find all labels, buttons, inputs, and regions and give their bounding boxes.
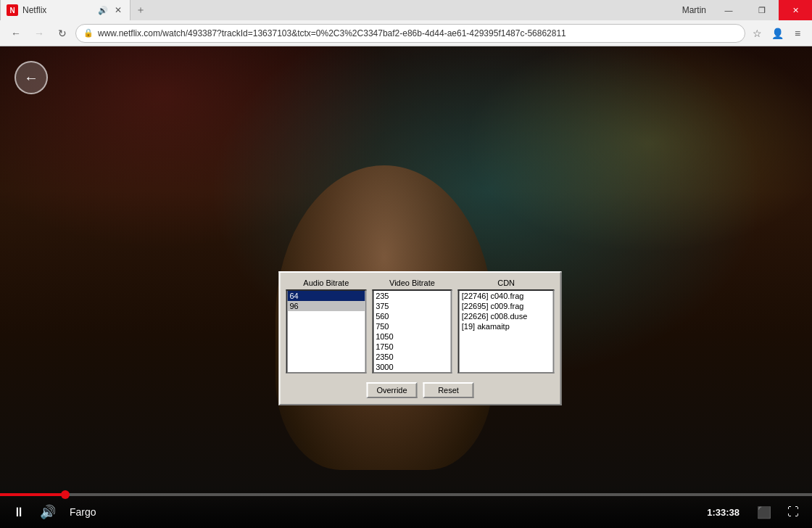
controls-row: ⏸ 🔊 Fargo 1:33:38 ⬛ ⛶ xyxy=(0,502,812,528)
bitrate-dialog: Audio Bitrate 64 96 Video Bitrate 235 37… xyxy=(279,271,562,405)
maximize-button[interactable]: ❐ xyxy=(745,0,779,20)
cdn-item-4[interactable]: [19] akamaitp xyxy=(460,321,553,331)
video-item-1050[interactable]: 1050 xyxy=(373,331,451,342)
cdn-listbox[interactable]: [22746] c040.frag [22695] c009.frag [226… xyxy=(458,289,555,374)
video-bitrate-header: Video Bitrate xyxy=(372,279,452,287)
cdn-item-1[interactable]: [22746] c040.frag xyxy=(460,291,553,301)
cdn-header: CDN xyxy=(458,279,555,287)
video-bitrate-listbox[interactable]: 235 375 560 750 1050 1750 2350 3000 xyxy=(372,289,452,374)
override-button[interactable]: Override xyxy=(367,382,418,398)
back-arrow-icon: ← xyxy=(24,70,38,86)
address-bar[interactable]: 🔒 www.netflix.com/watch/493387?trackId=1… xyxy=(75,24,745,43)
subtitles-icon: ⬛ xyxy=(757,506,771,519)
audio-bitrate-column: Audio Bitrate 64 96 xyxy=(286,279,367,374)
audio-item-64[interactable]: 64 xyxy=(288,291,365,301)
volume-icon: 🔊 xyxy=(40,504,56,520)
reload-button[interactable]: ↻ xyxy=(52,23,72,44)
player-back-button[interactable]: ← xyxy=(14,61,48,94)
tab-title: Netflix xyxy=(22,5,94,15)
title-bar-right: Martin — ❐ ✕ xyxy=(676,0,812,20)
video-item-3000[interactable]: 3000 xyxy=(373,362,451,372)
tab-audio-icon: 🔊 xyxy=(98,6,108,15)
video-controls: ⏸ 🔊 Fargo 1:33:38 ⬛ ⛶ xyxy=(0,487,812,528)
video-bitrate-column: Video Bitrate 235 375 560 750 1050 1750 … xyxy=(372,279,452,374)
video-item-235[interactable]: 235 xyxy=(373,291,451,301)
fullscreen-icon: ⛶ xyxy=(787,506,799,519)
video-item-375[interactable]: 375 xyxy=(373,301,451,311)
video-item-750[interactable]: 750 xyxy=(373,321,451,331)
reset-button[interactable]: Reset xyxy=(423,382,474,398)
pause-button[interactable]: ⏸ xyxy=(9,502,29,522)
back-button[interactable]: ← xyxy=(6,23,26,44)
progress-played xyxy=(0,493,65,496)
subtitles-button[interactable]: ⬛ xyxy=(754,502,774,522)
progress-bar[interactable] xyxy=(0,493,812,496)
navigation-bar: ← → ↻ 🔒 www.netflix.com/watch/493387?tra… xyxy=(0,20,812,46)
video-item-560[interactable]: 560 xyxy=(373,311,451,321)
bookmark-icon[interactable]: ☆ xyxy=(748,25,766,42)
audio-bitrate-header: Audio Bitrate xyxy=(286,279,367,287)
lock-icon: 🔒 xyxy=(83,28,94,38)
volume-button[interactable]: 🔊 xyxy=(38,502,58,522)
new-tab-button[interactable]: ＋ xyxy=(130,0,151,20)
video-player-area: ← Audio Bitrate 64 96 Video Bitrate 235 xyxy=(0,46,812,528)
dialog-footer: Override Reset xyxy=(281,379,560,404)
video-item-1750[interactable]: 1750 xyxy=(373,342,451,352)
nav-right-icons: ☆ 👤 ≡ xyxy=(748,25,806,42)
movie-title: Fargo xyxy=(70,506,698,518)
video-item-2350[interactable]: 2350 xyxy=(373,352,451,362)
audio-bitrate-listbox[interactable]: 64 96 xyxy=(286,289,367,374)
pause-icon: ⏸ xyxy=(12,505,25,520)
close-button[interactable]: ✕ xyxy=(779,0,812,20)
menu-icon[interactable]: ≡ xyxy=(789,25,806,42)
fullscreen-button[interactable]: ⛶ xyxy=(783,502,803,522)
user-name: Martin xyxy=(676,5,712,15)
forward-button[interactable]: → xyxy=(29,23,49,44)
cdn-item-2[interactable]: [22695] c009.frag xyxy=(460,301,553,311)
netflix-favicon: N xyxy=(7,4,18,16)
browser-tab[interactable]: N Netflix 🔊 ✕ xyxy=(0,0,130,20)
dialog-content: Audio Bitrate 64 96 Video Bitrate 235 37… xyxy=(281,273,560,379)
url-text: www.netflix.com/watch/493387?trackId=136… xyxy=(98,28,737,38)
progress-dot xyxy=(61,490,70,499)
browser-window: N Netflix 🔊 ✕ ＋ Martin — ❐ ✕ ← → ↻ 🔒 www… xyxy=(0,0,812,528)
profile-icon[interactable]: 👤 xyxy=(768,25,786,42)
cdn-column: CDN [22746] c040.frag [22695] c009.frag … xyxy=(458,279,555,374)
minimize-button[interactable]: — xyxy=(712,0,745,20)
time-display: 1:33:38 xyxy=(707,507,740,518)
audio-item-96[interactable]: 96 xyxy=(288,301,365,311)
tab-close-button[interactable]: ✕ xyxy=(112,4,124,16)
title-bar-left: N Netflix 🔊 ✕ ＋ xyxy=(0,0,676,20)
cdn-item-3[interactable]: [22626] c008.duse xyxy=(460,311,553,321)
title-bar: N Netflix 🔊 ✕ ＋ Martin — ❐ ✕ xyxy=(0,0,812,20)
